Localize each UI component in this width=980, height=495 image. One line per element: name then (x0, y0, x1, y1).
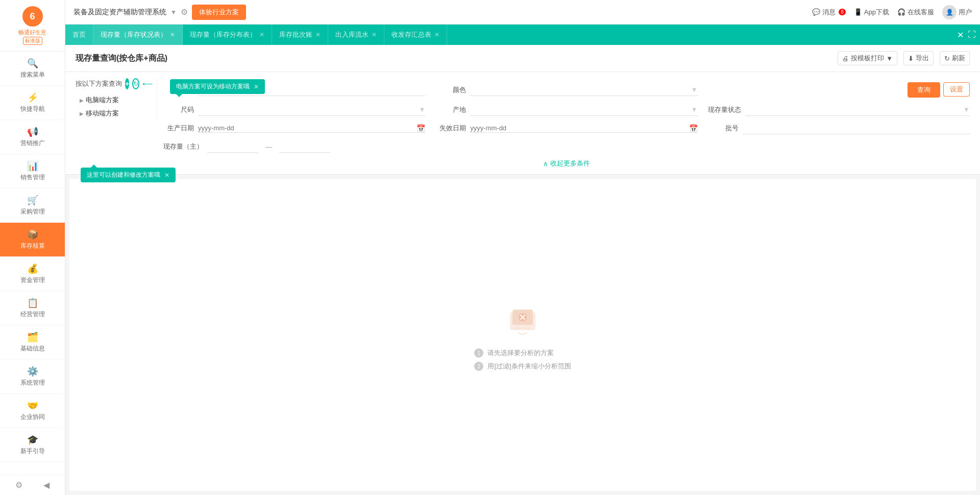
hint-num-1: 1 (474, 348, 483, 358)
sidebar-item-basic[interactable]: 🗂️ 基础信息 (0, 325, 65, 360)
sidebar-item-search[interactable]: 🔍 搜索菜单 (0, 52, 65, 86)
top-header: 装备及固定资产辅助管理系统 ▼ ⚙ 体验行业方案 💬 消息 8 📱 App下载 … (65, 0, 980, 25)
sidebar-item-sales[interactable]: 📊 销售管理 (0, 154, 65, 188)
production-date-field[interactable] (198, 124, 414, 132)
tab-in-out-flow-label: 出入库流水 (335, 30, 369, 39)
filter-label: 按以下方案查询 (76, 79, 122, 88)
filter-right: 商品 ··· 颜色 ▼ (163, 78, 970, 168)
tab-close-icon[interactable]: ✕ (434, 31, 439, 38)
refresh-btn[interactable]: ↻ 刷新 (940, 51, 970, 65)
color-select[interactable]: ▼ (470, 84, 697, 96)
tab-home[interactable]: 首页 (65, 25, 93, 45)
production-date-input[interactable]: 📅 (198, 124, 425, 133)
tab-in-out-flow[interactable]: 出入库流水 ✕ (328, 25, 384, 45)
sidebar: 6 畅通好生意 标准版 🔍 搜索菜单 ⚡ 快捷导航 📢 营销推广 📊 销售管理 … (0, 0, 65, 495)
filter-row-size: 尺码 ▼ (163, 104, 425, 116)
tab-inventory-batch[interactable]: 库存批次账 ✕ (272, 25, 328, 45)
tab-inventory-dist[interactable]: 现存量（库存分布表） ✕ (183, 25, 272, 45)
tab-close-icon[interactable]: ✕ (372, 31, 377, 38)
filter-rows: 商品 ··· 颜色 ▼ (163, 82, 970, 153)
system-dropdown-icon[interactable]: ▼ (170, 9, 177, 16)
expiry-date-field[interactable] (470, 124, 687, 132)
tab-inventory-status[interactable]: 现存量（库存状况表） ✕ (93, 25, 183, 45)
sidebar-item-quick-nav[interactable]: ⚡ 快捷导航 (0, 86, 65, 120)
trial-btn[interactable]: 体验行业方案 (192, 5, 246, 20)
tab-collect-summary[interactable]: 收发存汇总表 ✕ (384, 25, 447, 45)
print-template-btn[interactable]: 🖨 按模板打印 ▼ (838, 51, 897, 65)
app-download-label: App下载 (864, 8, 889, 17)
back-scheme-btn[interactable]: ⟵ (142, 78, 153, 89)
sidebar-item-finance[interactable]: 💰 资金管理 (0, 257, 65, 291)
sidebar-item-operations[interactable]: 📋 经营管理 (0, 291, 65, 325)
tab-home-label: 首页 (72, 30, 86, 39)
scheme-item-pc[interactable]: ▶ 电脑端方案 (76, 93, 151, 107)
user-item[interactable]: 👤 用户 (942, 5, 972, 19)
settings-bottom-icon[interactable]: ⚙ (15, 480, 22, 490)
sidebar-item-system[interactable]: ⚙️ 系统管理 (0, 360, 65, 394)
refresh-icon: ↻ (944, 55, 950, 62)
tab-close-icon[interactable]: ✕ (315, 31, 321, 38)
box-icon: 📦 (27, 229, 38, 240)
batch-input[interactable] (743, 122, 970, 134)
filter-row-batch: 批号 (708, 122, 970, 134)
app-download-item[interactable]: 📱 App下载 (854, 8, 889, 17)
gear-icon: ⚙️ (27, 366, 38, 377)
size-label: 尺码 (163, 105, 194, 114)
filter-row-origin: 产地 ▼ (435, 104, 697, 116)
empty-hint-2: 2 用[过滤]条件来缩小分析范围 (474, 362, 571, 371)
calendar-icon[interactable]: 📅 (416, 124, 425, 132)
chart-icon: 📊 (27, 160, 38, 172)
edit-tooltip: 这里可以创建和修改方案哦 ✕ (81, 168, 176, 182)
search-btn[interactable]: 查询 (908, 82, 940, 98)
inventory-status-select[interactable]: ▼ (745, 104, 970, 116)
sidebar-item-inventory[interactable]: 📦 库存核算 (0, 223, 65, 257)
dropdown-icon: ▼ (886, 55, 893, 62)
expiry-date-label: 失效日期 (435, 124, 466, 133)
origin-select[interactable]: ▼ (470, 104, 697, 116)
export-btn[interactable]: ⬇ 导出 (903, 51, 934, 65)
scheme-item-mobile[interactable]: ▶ 移动端方案 (76, 107, 151, 120)
refresh-scheme-btn[interactable]: ↻ (132, 78, 139, 89)
sidebar-item-label: 库存核算 (20, 242, 45, 250)
collapse-sidebar-icon[interactable]: ◀ (43, 480, 50, 490)
edit-tooltip-close[interactable]: ✕ (164, 172, 169, 179)
calendar-icon[interactable]: 📅 (689, 124, 698, 132)
inventory-main-to[interactable] (279, 140, 330, 153)
page-content: 现存量查询(按仓库+商品) 🖨 按模板打印 ▼ ⬇ 导出 ↻ 刷新 (65, 45, 980, 495)
online-support-label: 在线客服 (908, 8, 934, 17)
hint-text-2: 用[过滤]条件来缩小分析范围 (487, 362, 571, 371)
user-avatar: 👤 (942, 5, 957, 19)
header-settings-icon[interactable]: ⚙ (181, 7, 188, 17)
sidebar-bottom: ⚙ ◀ (0, 475, 65, 495)
hint-text-1: 请先选择要分析的方案 (487, 348, 554, 358)
clipboard-icon: 📋 (27, 297, 38, 309)
tab-collect-summary-label: 收发存汇总表 (391, 30, 431, 39)
sidebar-item-guide[interactable]: 🎓 新手引导 (0, 428, 65, 462)
sidebar-item-enterprise[interactable]: 🤝 企业协同 (0, 394, 65, 428)
expiry-date-input[interactable]: 📅 (470, 124, 697, 133)
notification-item[interactable]: 💬 消息 8 (812, 8, 846, 17)
filter-collapse-btn[interactable]: ∧ 收起更多条件 (163, 159, 970, 168)
tab-close-icon[interactable]: ✕ (170, 31, 175, 38)
sidebar-item-purchase[interactable]: 🛒 采购管理 (0, 188, 65, 223)
tab-close-all-icon[interactable]: ✕ (957, 30, 964, 40)
scheme-tooltip-close[interactable]: ✕ (254, 83, 259, 90)
settings-btn[interactable]: 设置 (943, 82, 970, 97)
tab-expand-icon[interactable]: ⛶ (968, 30, 976, 39)
inventory-main-from[interactable] (207, 140, 258, 153)
online-support-item[interactable]: 🎧 在线客服 (897, 8, 934, 17)
logo-badge: 标准版 (23, 37, 42, 45)
sidebar-item-label: 采购管理 (20, 207, 45, 216)
add-scheme-btn[interactable]: + (125, 78, 129, 89)
size-select[interactable]: ▼ (198, 104, 425, 116)
hint-num-2: 2 (474, 362, 483, 371)
tab-close-icon[interactable]: ✕ (259, 31, 264, 38)
graduation-icon: 🎓 (27, 434, 38, 445)
collapse-up-icon: ∧ (543, 160, 548, 168)
sidebar-item-label: 经营管理 (20, 310, 45, 319)
sidebar-item-label: 新手引导 (20, 447, 45, 456)
filter-row-inventory-main: 现存量（主） — (163, 140, 425, 153)
notification-label: 消息 (822, 8, 836, 17)
sidebar-item-marketing[interactable]: 📢 营销推广 (0, 120, 65, 154)
scheme-arrow-icon: ▶ (80, 98, 84, 103)
